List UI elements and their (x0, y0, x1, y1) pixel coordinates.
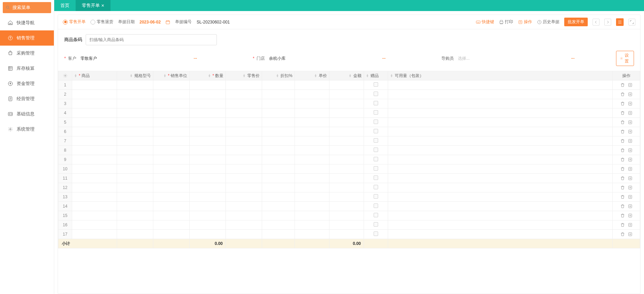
cell-retail-price[interactable] (226, 202, 262, 211)
table-row[interactable]: 2 (58, 90, 640, 99)
cell-spec[interactable] (117, 90, 153, 99)
cell-spec[interactable] (117, 202, 153, 211)
cell-discount[interactable] (262, 99, 295, 108)
cell-spec[interactable] (117, 211, 153, 220)
cell-retail-price[interactable] (226, 99, 262, 108)
guide-field[interactable]: 导购员 选择... ··· (441, 55, 614, 62)
cell-amount[interactable] (329, 155, 364, 164)
col-spec[interactable]: ▲▼规格型号 (117, 71, 153, 80)
cell-unit[interactable] (153, 202, 190, 211)
delete-row-button[interactable] (620, 213, 625, 218)
cell-amount[interactable] (329, 80, 364, 90)
delete-row-button[interactable] (620, 148, 625, 153)
cell-gift[interactable] (364, 220, 388, 230)
cell-discount[interactable] (262, 220, 295, 230)
cell-discount[interactable] (262, 146, 295, 155)
cell-spec[interactable] (117, 80, 153, 90)
cell-qty[interactable] (190, 211, 226, 220)
gift-checkbox[interactable] (374, 82, 378, 87)
shortcut-link[interactable]: 快捷键 (476, 19, 494, 25)
cell-unit[interactable] (153, 80, 190, 90)
add-row-button[interactable] (628, 148, 633, 153)
cell-spec[interactable] (117, 183, 153, 192)
cell-gift[interactable] (364, 183, 388, 192)
add-row-button[interactable] (628, 195, 633, 200)
batch-order-button[interactable]: 批发开单 (564, 18, 588, 26)
cell-retail-price[interactable] (226, 164, 262, 174)
cell-retail-price[interactable] (226, 118, 262, 127)
cell-unit-price[interactable] (295, 220, 329, 230)
gift-checkbox[interactable] (374, 92, 378, 96)
cell-qty[interactable] (190, 192, 226, 202)
cell-unit[interactable] (153, 211, 190, 220)
cell-discount[interactable] (262, 230, 295, 239)
next-doc-button[interactable] (604, 19, 611, 26)
customer-picker-button[interactable]: ··· (191, 56, 200, 61)
gift-checkbox[interactable] (374, 231, 378, 236)
add-row-button[interactable] (628, 120, 633, 125)
cell-unit[interactable] (153, 90, 190, 99)
cell-spec[interactable] (117, 192, 153, 202)
cell-retail-price[interactable] (226, 220, 262, 230)
cell-retail-price[interactable] (226, 174, 262, 183)
cell-gift[interactable] (364, 155, 388, 164)
cell-spec[interactable] (117, 220, 153, 230)
cell-unit-price[interactable] (295, 118, 329, 127)
barcode-input[interactable] (86, 34, 217, 45)
delete-row-button[interactable] (620, 111, 625, 116)
delete-row-button[interactable] (620, 222, 625, 228)
cell-discount[interactable] (262, 80, 295, 90)
cell-discount[interactable] (262, 90, 295, 99)
cell-spec[interactable] (117, 164, 153, 174)
cell-gift[interactable] (364, 174, 388, 183)
cell-product[interactable] (72, 174, 117, 183)
delete-row-button[interactable] (620, 92, 625, 97)
cell-product[interactable] (72, 136, 117, 146)
store-picker-button[interactable]: ··· (379, 56, 388, 61)
cell-amount[interactable] (329, 127, 364, 136)
cell-product[interactable] (72, 230, 117, 239)
gift-checkbox[interactable] (374, 157, 378, 161)
cell-discount[interactable] (262, 192, 295, 202)
cell-spec[interactable] (117, 230, 153, 239)
cell-product[interactable] (72, 155, 117, 164)
sidebar-item-operations[interactable]: 经营管理 (0, 91, 54, 106)
cell-gift[interactable] (364, 146, 388, 155)
gift-checkbox[interactable] (374, 194, 378, 199)
cell-amount[interactable] (329, 136, 364, 146)
sidebar-item-basicinfo[interactable]: 基础信息 (0, 106, 54, 122)
delete-row-button[interactable] (620, 139, 625, 144)
list-mode-button[interactable] (616, 18, 624, 26)
delete-row-button[interactable] (620, 83, 625, 88)
cell-product[interactable] (72, 108, 117, 118)
table-row[interactable]: 13 (58, 192, 640, 202)
cell-unit-price[interactable] (295, 146, 329, 155)
cell-unit[interactable] (153, 99, 190, 108)
cell-discount[interactable] (262, 211, 295, 220)
table-row[interactable]: 6 (58, 127, 640, 136)
customer-field[interactable]: * 客户 零散客户 ··· (64, 55, 251, 62)
cell-unit-price[interactable] (295, 192, 329, 202)
col-available[interactable]: ▲▼可用量（包装） (388, 71, 613, 80)
cell-unit[interactable] (153, 146, 190, 155)
cell-qty[interactable] (190, 127, 226, 136)
guide-picker-button[interactable]: ··· (568, 56, 577, 61)
cell-qty[interactable] (190, 155, 226, 164)
col-config[interactable] (58, 71, 72, 80)
table-row[interactable]: 15 (58, 211, 640, 220)
cell-discount[interactable] (262, 136, 295, 146)
cell-product[interactable] (72, 90, 117, 99)
cell-product[interactable] (72, 192, 117, 202)
gift-checkbox[interactable] (374, 185, 378, 189)
delete-row-button[interactable] (620, 101, 625, 106)
gift-checkbox[interactable] (374, 148, 378, 152)
table-row[interactable]: 16 (58, 220, 640, 230)
col-unit[interactable]: ▲▼*销售单位 (153, 71, 190, 80)
table-row[interactable]: 9 (58, 155, 640, 164)
print-link[interactable]: 打印 (499, 19, 513, 25)
add-row-button[interactable] (628, 167, 633, 172)
add-row-button[interactable] (628, 111, 633, 116)
gift-checkbox[interactable] (374, 110, 378, 115)
cell-gift[interactable] (364, 118, 388, 127)
cell-product[interactable] (72, 146, 117, 155)
